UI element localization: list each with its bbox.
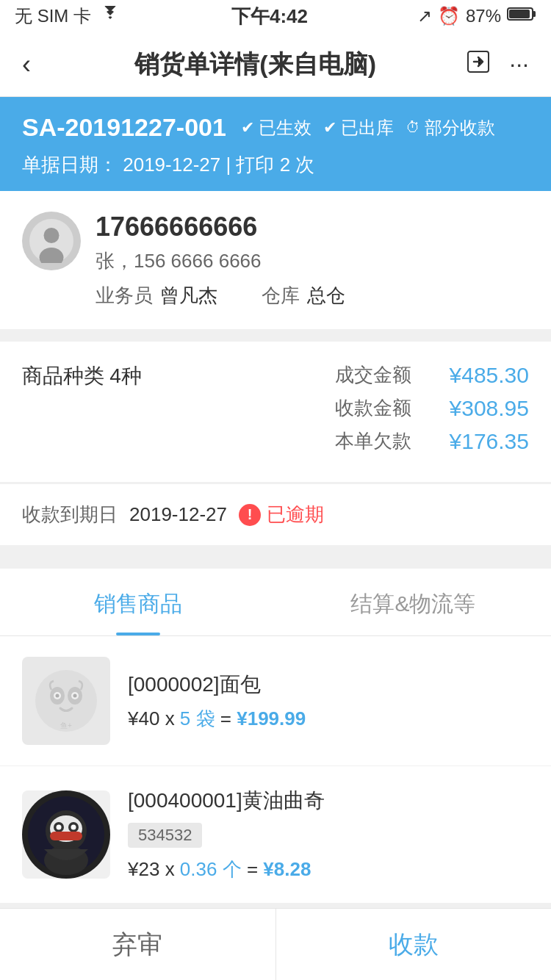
customer-warehouse: 仓库 总仓	[262, 283, 345, 309]
deal-amount-row: 成交金额 ¥485.30	[335, 362, 529, 388]
due-date-value: 2019-12-27	[129, 503, 227, 526]
product-price-line-1: ¥40 x 5 袋 = ¥199.99	[128, 706, 529, 732]
summary-section: 商品种类 4种 成交金额 ¥485.30 收款金额 ¥308.95 本单欠款 ¥…	[0, 342, 551, 482]
customer-salesman: 业务员 曾凡杰	[96, 283, 217, 309]
sim-status: 无 SIM 卡	[15, 4, 91, 28]
share-icon[interactable]	[465, 48, 491, 81]
check-icon-1: ✔	[241, 118, 254, 137]
more-icon[interactable]: ···	[509, 51, 529, 78]
order-id: SA-20191227-001	[22, 113, 226, 142]
check-icon-2: ✔	[323, 118, 336, 137]
customer-avatar	[22, 212, 81, 270]
status-left: 无 SIM 卡	[15, 4, 122, 28]
list-item: 鱼+ [0000002]面包 ¥40 x 5 袋 = ¥199.99	[0, 636, 551, 766]
customer-info: 17666666666 张，156 6666 6666 业务员 曾凡杰 仓库 总…	[96, 212, 529, 309]
status-right: ↗ ⏰ 87%	[417, 6, 536, 26]
tag-effective: ✔ 已生效	[241, 116, 311, 140]
page-title: 销货单详情(来自电脑)	[46, 48, 465, 82]
divider-1	[0, 330, 551, 342]
svg-point-22	[71, 825, 76, 830]
battery-icon	[507, 6, 536, 26]
customer-meta: 业务员 曾凡杰 仓库 总仓	[96, 283, 529, 309]
svg-point-21	[57, 825, 62, 830]
product-name-1: [0000002]面包	[128, 671, 529, 699]
svg-text:鱼+: 鱼+	[60, 721, 72, 729]
product-list: 鱼+ [0000002]面包 ¥40 x 5 袋 = ¥199.99	[0, 636, 551, 904]
summary-right: 成交金额 ¥485.30 收款金额 ¥308.95 本单欠款 ¥176.35	[335, 362, 529, 461]
overdue-badge: ! 已逾期	[239, 502, 324, 527]
product-info-1: [0000002]面包 ¥40 x 5 袋 = ¥199.99	[128, 671, 529, 732]
svg-rect-1	[533, 11, 536, 17]
status-bar: 无 SIM 卡 下午4:42 ↗ ⏰ 87%	[0, 0, 551, 32]
clock-icon: ⏱	[406, 119, 420, 136]
order-date-line: 单据日期： 2019-12-27 | 打印 2 次	[22, 152, 529, 178]
cancel-audit-button[interactable]: 弃审	[0, 909, 276, 980]
product-thumbnail-2	[22, 790, 110, 879]
svg-rect-23	[50, 832, 82, 840]
product-thumbnail-1: 鱼+	[22, 657, 110, 745]
product-info-2: [000400001]黄油曲奇 534532 ¥23 x 0.36 个 = ¥8…	[128, 787, 529, 882]
alarm-icon: ⏰	[438, 6, 460, 26]
nav-bar: ‹ 销货单详情(来自电脑) ···	[0, 32, 551, 97]
receipt-amount-row: 收款金额 ¥308.95	[335, 395, 529, 421]
order-tags: ✔ 已生效 ✔ 已出库 ⏱ 部分收款	[241, 116, 495, 140]
tabs-header: 销售商品 结算&物流等	[0, 569, 551, 636]
product-price-line-2: ¥23 x 0.36 个 = ¥8.28	[128, 857, 529, 882]
product-name-2: [000400001]黄油曲奇	[128, 787, 529, 815]
wifi-icon	[98, 6, 122, 26]
due-date-section: 收款到期日 2019-12-27 ! 已逾期	[0, 483, 551, 545]
payment-button[interactable]: 收款	[276, 909, 552, 980]
debt-row: 本单欠款 ¥176.35	[335, 428, 529, 454]
svg-point-13	[73, 694, 77, 698]
bottom-bar: 弃审 收款	[0, 908, 551, 980]
location-icon: ↗	[417, 6, 432, 26]
svg-point-5	[44, 228, 60, 243]
customer-id: 17666666666	[96, 212, 529, 242]
overdue-text: 已逾期	[267, 502, 324, 527]
tab-sales-products[interactable]: 销售商品	[0, 569, 276, 635]
tag-partial-payment: ⏱ 部分收款	[406, 116, 495, 140]
list-item: [000400001]黄油曲奇 534532 ¥23 x 0.36 个 = ¥8…	[0, 766, 551, 904]
tag-shipped: ✔ 已出库	[323, 116, 394, 140]
tab-settlement-logistics[interactable]: 结算&物流等	[276, 569, 551, 635]
back-button[interactable]: ‹	[22, 49, 31, 80]
svg-rect-2	[509, 10, 530, 18]
order-header: SA-20191227-001 ✔ 已生效 ✔ 已出库 ⏱ 部分收款 单据日期：…	[0, 97, 551, 191]
status-time: 下午4:42	[231, 4, 308, 29]
overdue-icon: !	[239, 504, 261, 526]
customer-name-phone: 张，156 6666 6666	[96, 248, 529, 274]
svg-point-12	[56, 694, 60, 698]
category-item: 商品种类 4种	[22, 362, 142, 390]
product-sku-tag-2: 534532	[128, 823, 202, 848]
battery-level: 87%	[466, 6, 501, 26]
tabs-section: 销售商品 结算&物流等	[0, 569, 551, 904]
divider-2	[0, 545, 551, 557]
customer-section: 17666666666 张，156 6666 6666 业务员 曾凡杰 仓库 总…	[0, 191, 551, 330]
summary-left: 商品种类 4种	[22, 362, 142, 396]
due-label: 收款到期日	[22, 502, 118, 527]
nav-actions: ···	[465, 48, 529, 81]
